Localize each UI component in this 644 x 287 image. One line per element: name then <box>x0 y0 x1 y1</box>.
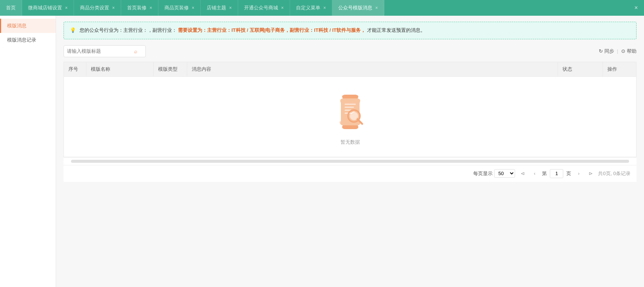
page-size-select[interactable]: 50 20 100 <box>494 169 515 178</box>
sync-button[interactable]: ↻ 同步 <box>599 48 614 55</box>
help-button[interactable]: ⊙ 帮助 <box>621 48 637 55</box>
sidebar-item-template-msg-record[interactable]: 模版消息记录 <box>0 33 56 47</box>
svg-point-7 <box>350 112 358 120</box>
sync-label: 同步 <box>604 48 614 55</box>
pagination: 每页显示 50 20 100 ⊲ ‹ 第 页 › ⊳ 共0页, 0条记录 <box>64 165 637 182</box>
page-first-button[interactable]: ⊲ <box>518 169 527 178</box>
help-circle-icon: ⊙ <box>621 48 625 54</box>
empty-text: 暂无数据 <box>341 139 360 146</box>
search-input[interactable] <box>67 48 134 54</box>
tab-home[interactable]: 首页 <box>0 0 22 16</box>
data-table: 序号 模版名称 模版类型 消息内容 状态 操作 <box>64 62 637 157</box>
horizontal-scrollbar[interactable] <box>71 160 629 163</box>
table-empty-row: 暂无数据 <box>64 76 637 157</box>
empty-illustration <box>332 92 369 133</box>
sidebar: 模版消息 模版消息记录 <box>0 16 56 287</box>
tab-template-msg[interactable]: 公众号模版消息 × <box>332 0 384 16</box>
notice-icon: 💡 <box>70 27 76 33</box>
tab-custom-menu[interactable]: 自定义菜单 × <box>290 0 332 16</box>
tab-shop-theme[interactable]: 店铺主题 × <box>201 0 238 16</box>
tab-home-deco-label: 首页装修 <box>127 4 147 11</box>
col-header-seq: 序号 <box>64 62 86 76</box>
col-header-content: 消息内容 <box>187 62 558 76</box>
page-last-button[interactable]: ⊳ <box>586 169 595 178</box>
tab-template-msg-label: 公众号模版消息 <box>338 4 372 11</box>
close-tab-product-deco[interactable]: × <box>192 5 194 10</box>
search-bar: ⌕ ↻ 同步 | ⊙ 帮助 <box>64 45 637 57</box>
total-info: 共0页, 0条记录 <box>598 170 631 177</box>
col-header-action: 操作 <box>603 62 637 76</box>
tab-open-mall[interactable]: 开通公众号商城 × <box>238 0 290 16</box>
tab-wshop-setting-label: 微商城店铺设置 <box>28 4 62 11</box>
sidebar-item-template-msg[interactable]: 模版消息 <box>0 19 56 33</box>
main-layout: 模版消息 模版消息记录 💡 您的公众号行业为：主营行业：，副营行业： 需要设置为… <box>0 16 644 287</box>
notice-highlight: 需要设置为：主营行业：IT科技 / 互联网|电子商务，副营行业：IT科技 / I… <box>178 27 366 33</box>
sidebar-item-template-msg-label: 模版消息 <box>7 23 27 28</box>
page-prev-button[interactable]: ‹ <box>530 169 539 178</box>
notice-banner: 💡 您的公众号行业为：主营行业：，副营行业： 需要设置为：主营行业：IT科技 /… <box>64 22 637 39</box>
table-header-row: 序号 模版名称 模版类型 消息内容 状态 操作 <box>64 62 637 76</box>
toolbar-right: ↻ 同步 | ⊙ 帮助 <box>599 48 637 55</box>
close-tab-template-msg[interactable]: × <box>375 5 378 10</box>
close-tab-custom-menu[interactable]: × <box>323 5 326 10</box>
close-tab-shop-theme[interactable]: × <box>229 5 232 10</box>
page-size-label: 每页显示 <box>473 170 493 177</box>
tab-wshop-setting[interactable]: 微商城店铺设置 × <box>22 0 74 16</box>
search-input-wrap[interactable]: ⌕ <box>64 45 146 57</box>
tab-home-label: 首页 <box>6 4 16 11</box>
col-header-status: 状态 <box>558 62 603 76</box>
svg-rect-2 <box>345 107 354 108</box>
global-close-button[interactable]: × <box>628 0 644 16</box>
close-tab-open-mall[interactable]: × <box>281 5 284 10</box>
svg-rect-1 <box>345 104 356 105</box>
tab-product-category-label: 商品分类设置 <box>80 4 109 11</box>
page-size-wrap: 每页显示 50 20 100 <box>473 169 515 178</box>
help-label: 帮助 <box>627 48 637 55</box>
col-header-type: 模版类型 <box>154 62 187 76</box>
page-label-pre: 第 <box>542 170 547 177</box>
tab-product-category[interactable]: 商品分类设置 × <box>74 0 121 16</box>
page-label-post: 页 <box>566 170 571 177</box>
notice-suffix: 才能正常发送预置的消息。 <box>367 27 425 33</box>
sync-icon: ↻ <box>599 48 603 54</box>
tab-custom-menu-label: 自定义菜单 <box>296 4 320 11</box>
tab-home-deco[interactable]: 首页装修 × <box>121 0 158 16</box>
notice-prefix: 您的公众号行业为：主营行业：，副营行业： <box>80 27 177 33</box>
top-tab-bar: 首页 微商城店铺设置 × 商品分类设置 × 首页装修 × 商品页装修 × 店铺主… <box>0 0 644 16</box>
col-header-name: 模版名称 <box>86 62 154 76</box>
close-tab-home-deco[interactable]: × <box>150 5 152 10</box>
search-icon[interactable]: ⌕ <box>134 48 137 54</box>
content-area: 💡 您的公众号行业为：主营行业：，副营行业： 需要设置为：主营行业：IT科技 /… <box>56 16 644 287</box>
tab-open-mall-label: 开通公众号商城 <box>244 4 278 11</box>
scrollbar-area <box>64 157 637 165</box>
tab-shop-theme-label: 店铺主题 <box>207 4 226 11</box>
sidebar-item-template-msg-record-label: 模版消息记录 <box>7 37 36 43</box>
page-next-button[interactable]: › <box>574 169 583 178</box>
close-tab-wshop-setting[interactable]: × <box>65 5 68 10</box>
toolbar-divider: | <box>617 48 618 54</box>
empty-state: 暂无数据 <box>64 77 636 157</box>
close-tab-product-category[interactable]: × <box>112 5 115 10</box>
tab-product-deco-label: 商品页装修 <box>164 4 189 11</box>
tab-product-deco[interactable]: 商品页装修 × <box>158 0 201 16</box>
page-number-input[interactable] <box>550 169 563 178</box>
